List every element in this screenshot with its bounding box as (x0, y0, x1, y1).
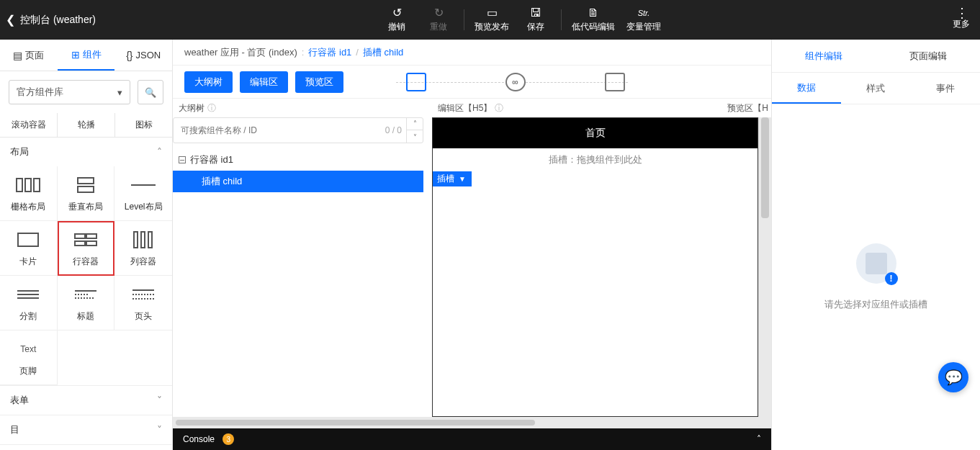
console-bar[interactable]: Console 3 ˄ (173, 428, 771, 450)
library-select[interactable]: 官方组件库 ▾ (9, 80, 130, 104)
region-outline-label: 大纲树 (179, 103, 204, 113)
component-palette: 布局 ˄ 栅格布局 垂直布局 Level布局 (0, 138, 172, 450)
divider-icon (16, 283, 40, 306)
save-button[interactable]: 🖫 保存 (515, 2, 557, 37)
lowcode-button[interactable]: 🗎 低代码编辑 (566, 2, 621, 37)
outline-pane: 0 / 0 ˄ ˅ 行容器 id1 插槽 child (173, 117, 432, 417)
cell-vertical-layout[interactable]: 垂直布局 (58, 166, 115, 221)
preview-label: 预览发布 (475, 21, 509, 33)
category-other-header[interactable]: 目 ˅ (0, 415, 172, 444)
scrollbar-thumb[interactable] (761, 117, 769, 218)
outline-search-input[interactable] (174, 125, 385, 135)
device-miniprogram[interactable]: ∞ (505, 73, 526, 91)
center-panel: weather 应用 - 首页 (index) : 行容器 id1 / 插槽 c… (173, 40, 771, 450)
vertical-layout-icon (76, 174, 96, 197)
mode-editor[interactable]: 编辑区 (240, 71, 288, 93)
stepper-up[interactable]: ˄ (407, 117, 423, 130)
chat-fab[interactable]: 💬 (938, 362, 968, 392)
subtab-style[interactable]: 样式 (841, 73, 910, 104)
chevron-down-icon: ▼ (459, 175, 466, 183)
crumb-app[interactable]: weather 应用 - 首页 (index) (184, 46, 297, 59)
svg-rect-0 (17, 179, 22, 192)
cell-col-container[interactable]: 列容器 (114, 221, 172, 276)
svg-rect-12 (141, 232, 145, 248)
svg-rect-9 (75, 241, 85, 246)
quick-carousel[interactable]: 轮播 (58, 113, 115, 137)
breadcrumb: weather 应用 - 首页 (index) : 行容器 id1 / 插槽 c… (173, 40, 771, 66)
quick-scroll[interactable]: 滚动容器 (0, 113, 58, 137)
rtab-page[interactable]: 页面编辑 (876, 40, 981, 72)
device-desktop[interactable] (605, 73, 625, 91)
page-title: 首页 (433, 118, 758, 148)
category-layout-header[interactable]: 布局 ˄ (0, 138, 172, 166)
vars-button[interactable]: Str. 变量管理 (621, 2, 667, 37)
right-tabs: 组件编辑 页面编辑 (772, 40, 980, 73)
cell-title[interactable]: 标题 (58, 276, 115, 330)
preview-button[interactable]: ▭ 预览发布 (469, 2, 515, 37)
editor-scrollbar[interactable] (758, 117, 771, 417)
tab-json[interactable]: {}JSON (114, 40, 172, 71)
chevron-up-icon: ˄ (757, 434, 761, 444)
crumb-node[interactable]: 行容器 id1 (308, 46, 351, 59)
slot-hint: 插槽：拖拽组件到此处 (433, 148, 758, 171)
tab-components[interactable]: ⊞组件 (58, 40, 115, 71)
cell-footer[interactable]: Text 页脚 (0, 330, 58, 385)
category-form-header[interactable]: 表单 ˅ (0, 386, 172, 415)
back-button[interactable]: ❮ (0, 13, 20, 27)
tab-page[interactable]: ▤页面 (0, 40, 58, 71)
tree-node-root[interactable]: 行容器 id1 (173, 149, 423, 171)
canvas-body: 0 / 0 ˄ ˅ 行容器 id1 插槽 child (173, 117, 771, 417)
quick-icon[interactable]: 图标 (115, 113, 172, 137)
lowcode-icon: 🗎 (588, 6, 599, 19)
save-label: 保存 (527, 21, 544, 33)
main-region: ▤页面 ⊞组件 {}JSON 官方组件库 ▾ 🔍 滚动容器 轮播 图标 布局 ˄ (0, 40, 980, 450)
save-icon: 🖫 (530, 6, 541, 19)
category-form: 表单 ˅ (0, 386, 172, 415)
stepper-down[interactable]: ˅ (407, 130, 423, 143)
selection-chip[interactable]: 插槽 ▼ (433, 171, 472, 186)
alert-badge-icon: ! (885, 272, 898, 285)
card-icon (17, 228, 39, 251)
subtab-events[interactable]: 事件 (911, 73, 980, 104)
h-scrollbar-thumb[interactable] (176, 420, 535, 426)
cell-divider[interactable]: 分割 (0, 276, 58, 330)
mode-preview[interactable]: 预览区 (295, 71, 343, 93)
cell-grid-layout[interactable]: 栅格布局 (0, 166, 58, 221)
region-editor-label: 编辑区【H5】 (438, 103, 492, 113)
right-empty-state: ! 请先选择对应组件或插槽 (772, 104, 980, 450)
miniprogram-icon: ∞ (512, 77, 518, 87)
category-layout: 布局 ˄ 栅格布局 垂直布局 Level布局 (0, 138, 172, 386)
document-icon (866, 253, 887, 274)
redo-button[interactable]: ↻ 重做 (418, 2, 459, 37)
app-title: 控制台 (weather) (20, 14, 96, 27)
components-icon: ⊞ (71, 49, 80, 60)
more-button[interactable]: ⋮ 更多 (947, 9, 976, 30)
category-other-label: 目 (10, 423, 19, 436)
info-icon[interactable]: ⓘ (495, 103, 503, 113)
device-mobile[interactable] (406, 73, 426, 91)
info-icon[interactable]: ⓘ (207, 103, 216, 113)
tree-node-slot[interactable]: 插槽 child (173, 171, 423, 192)
crumb-slot[interactable]: 插槽 child (363, 46, 403, 59)
cell-header[interactable]: 页头 (114, 276, 172, 330)
mode-bar: 大纲树 编辑区 预览区 ∞ (173, 66, 771, 99)
cell-card[interactable]: 卡片 (0, 221, 58, 276)
mode-outline[interactable]: 大纲树 (184, 71, 233, 93)
tree-root-label: 行容器 id1 (190, 153, 233, 166)
editor-canvas[interactable]: 首页 插槽：拖拽组件到此处 插槽 ▼ (432, 117, 758, 417)
left-panel: ▤页面 ⊞组件 {}JSON 官方组件库 ▾ 🔍 滚动容器 轮播 图标 布局 ˄ (0, 40, 173, 450)
search-icon: 🔍 (145, 87, 156, 98)
undo-icon: ↺ (392, 6, 402, 19)
collapse-icon[interactable] (179, 156, 186, 163)
subtab-data[interactable]: 数据 (772, 73, 841, 104)
editor-h-scrollbar[interactable] (173, 417, 771, 428)
redo-icon: ↻ (434, 6, 444, 19)
undo-button[interactable]: ↺ 撤销 (376, 2, 418, 37)
cell-level-layout[interactable]: Level布局 (114, 166, 172, 221)
vars-label: 变量管理 (626, 21, 661, 33)
undo-label: 撤销 (388, 21, 405, 33)
library-search-button[interactable]: 🔍 (138, 80, 163, 104)
rtab-component[interactable]: 组件编辑 (772, 40, 876, 72)
cell-row-container[interactable]: 行容器 (58, 221, 115, 276)
grid-layout-icon (16, 174, 40, 197)
